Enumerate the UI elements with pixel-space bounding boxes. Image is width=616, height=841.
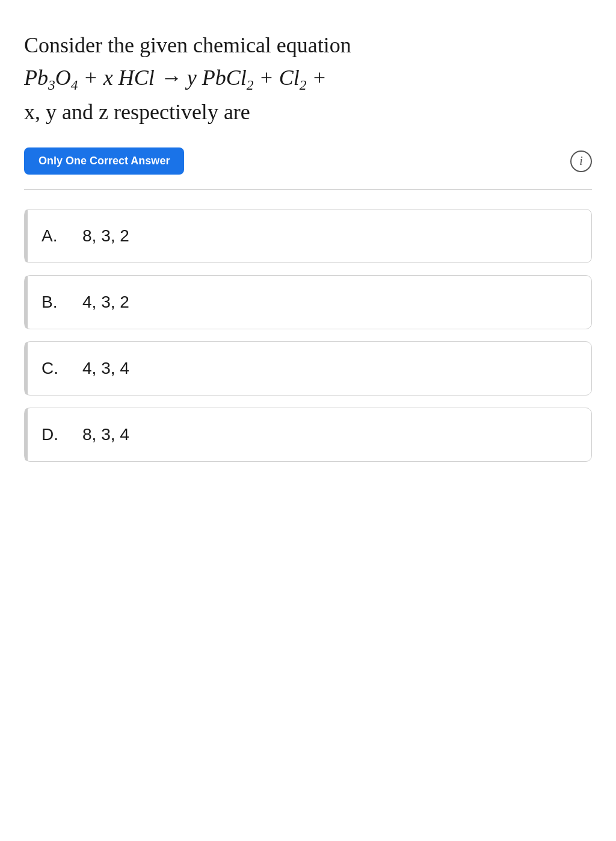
options-list: A. 8, 3, 2 B. 4, 3, 2 C. 4, 3, 4 D. 8, 3…	[24, 209, 592, 462]
option-b-label: B.	[42, 293, 63, 312]
question-followup: x, y and z respectively are	[24, 100, 250, 124]
equation-line1: Pb3O4 + x HCl → y PbCl2 + Cl2 +	[24, 66, 327, 90]
option-c-label: C.	[42, 359, 63, 378]
option-b[interactable]: B. 4, 3, 2	[24, 275, 592, 329]
info-icon[interactable]: i	[570, 151, 592, 172]
option-d-label: D.	[42, 425, 63, 444]
option-c[interactable]: C. 4, 3, 4	[24, 341, 592, 396]
badge-label: Only One Correct Answer	[38, 155, 170, 167]
answer-type-badge: Only One Correct Answer	[24, 147, 184, 175]
option-b-value: 4, 3, 2	[82, 293, 129, 312]
question-text: Consider the given chemical equation Pb3…	[24, 29, 592, 128]
option-d[interactable]: D. 8, 3, 4	[24, 408, 592, 462]
option-a-value: 8, 3, 2	[82, 226, 129, 246]
badge-row: Only One Correct Answer i	[24, 147, 592, 175]
option-d-value: 8, 3, 4	[82, 425, 129, 444]
option-c-value: 4, 3, 4	[82, 359, 129, 378]
option-a[interactable]: A. 8, 3, 2	[24, 209, 592, 263]
question-section: Consider the given chemical equation Pb3…	[24, 29, 592, 462]
option-a-label: A.	[42, 226, 63, 246]
question-intro: Consider the given chemical equation	[24, 33, 351, 57]
info-symbol: i	[579, 154, 583, 168]
section-divider	[24, 189, 592, 190]
